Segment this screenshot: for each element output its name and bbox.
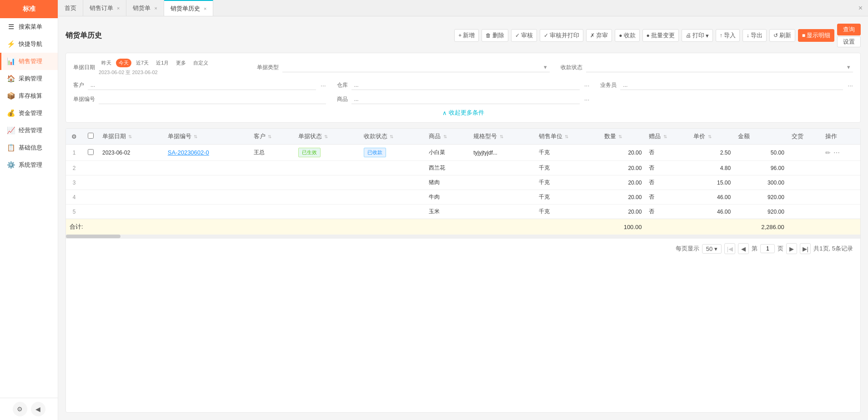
filter-collapse: ∧ 收起更多条件 (73, 109, 853, 117)
customer-dots[interactable]: ··· (321, 82, 326, 89)
batch-change-button[interactable]: ● 批量变更 (642, 29, 679, 42)
col-quantity-label: 数量 (604, 133, 616, 140)
select-all-checkbox[interactable] (88, 133, 94, 139)
goods-dots[interactable]: ··· (584, 96, 590, 103)
cell-gift: 否 (645, 175, 690, 190)
col-doc-number[interactable]: 单据编号 ⇅ (164, 129, 250, 145)
sidebar-item-search[interactable]: ☰ 搜索菜单 (0, 18, 58, 35)
sidebar-item-inventory[interactable]: 📦 库存核算 (0, 87, 58, 105)
date-tab-yesterday[interactable]: 昨天 (99, 59, 114, 67)
audit-print-button[interactable]: ✓ 审核并打印 (540, 29, 583, 42)
scroll-thumb[interactable] (66, 235, 120, 238)
cell-payment-status (360, 161, 426, 175)
first-page-btn[interactable]: |◀ (724, 243, 735, 254)
sidebar-item-operations[interactable]: 📈 经营管理 (0, 122, 58, 139)
tab-sales-delivery[interactable]: 销货单 × (126, 0, 164, 16)
tabs-close-all-btn[interactable]: × (853, 4, 868, 12)
customer-input[interactable] (88, 80, 316, 90)
row-checkbox[interactable] (88, 149, 94, 155)
tab-sales-order-close[interactable]: × (117, 5, 120, 11)
audit-print-icon: ✓ (544, 32, 548, 39)
col-settings[interactable]: ⚙ (66, 129, 82, 145)
page-title: 销货单历史 (65, 31, 102, 40)
col-doc-date[interactable]: 单据日期 ⇅ (99, 129, 164, 145)
sidebar-item-quick-nav[interactable]: ⚡ 快捷导航 (0, 35, 58, 53)
tab-home[interactable]: 首页 (58, 0, 83, 16)
col-gift[interactable]: 赠品 ⇅ (645, 129, 690, 145)
tab-sales-delivery-close[interactable]: × (154, 5, 157, 11)
per-page-select[interactable]: 50 ▾ (702, 244, 722, 254)
add-button[interactable]: + 新增 (454, 29, 479, 42)
warehouse-input[interactable] (351, 80, 580, 90)
import-button[interactable]: ↑ 导入 (716, 29, 740, 42)
summary-empty (99, 219, 601, 235)
col-amount: 金额 (734, 129, 788, 145)
doc-type-select[interactable]: ▾ (282, 62, 550, 72)
filter-warehouse: 仓库 ··· (337, 80, 590, 90)
col-goods[interactable]: 商品 ⇅ (425, 129, 470, 145)
col-quantity[interactable]: 数量 ⇅ (601, 129, 646, 145)
date-tab-today[interactable]: 今天 (116, 59, 131, 67)
date-tab-1month[interactable]: 近1月 (153, 59, 171, 67)
prev-page-btn[interactable]: ◀ (738, 243, 749, 254)
show-detail-label: 显示明细 (807, 31, 830, 40)
settings-filter-button[interactable]: 设置 (837, 36, 861, 47)
sidebar-item-finance[interactable]: 💰 资金管理 (0, 105, 58, 122)
edit-icon[interactable]: ✏ (825, 149, 831, 156)
col-customer[interactable]: 客户 ⇅ (250, 129, 295, 145)
doc-type-label: 单据类型 (257, 64, 279, 71)
refresh-label: 刷新 (779, 31, 791, 40)
collect-button[interactable]: ● 收款 (615, 29, 639, 42)
pagination: 每页显示 50 ▾ |◀ ◀ 第 页 ▶ ▶| 共1页, 5条记录 (66, 238, 860, 259)
print-button[interactable]: 🖨 打印 ▾ (682, 29, 713, 42)
col-unit[interactable]: 销售单位 ⇅ (535, 129, 601, 145)
col-payment-status[interactable]: 收款状态 ⇅ (360, 129, 426, 145)
col-spec[interactable]: 规格型号 ⇅ (470, 129, 535, 145)
doc-number-link[interactable]: SA-20230602-0 (168, 149, 209, 156)
next-page-btn[interactable]: ▶ (786, 243, 797, 254)
cell-doc-number (164, 205, 250, 219)
inventory-icon: 📦 (7, 92, 15, 100)
refresh-button[interactable]: ↺ 刷新 (769, 29, 795, 42)
col-doc-status[interactable]: 单据状态 ⇅ (295, 129, 360, 145)
cell-doc-number (164, 161, 250, 175)
sidebar-item-system[interactable]: ⚙️ 系统管理 (0, 156, 58, 174)
goods-input[interactable] (351, 95, 580, 104)
salesperson-input[interactable] (620, 80, 843, 90)
last-page-btn[interactable]: ▶| (800, 243, 811, 254)
tab-sales-history-close[interactable]: × (204, 6, 206, 11)
query-button[interactable]: 查询 (837, 24, 861, 35)
horizontal-scrollbar[interactable] (66, 235, 860, 238)
tab-sales-history[interactable]: 销货单历史 × (164, 0, 213, 16)
export-button[interactable]: ↓ 导出 (743, 29, 767, 42)
sidebar-collapse-btn[interactable]: ◀ (31, 402, 45, 416)
audit-button[interactable]: ✓ 审核 (511, 29, 537, 42)
sidebar-item-sales[interactable]: 📊 销售管理 (0, 53, 58, 70)
delete-button[interactable]: 🗑 删除 (482, 29, 508, 42)
settings-filter-label: 设置 (843, 38, 855, 46)
warehouse-dots[interactable]: ··· (584, 82, 590, 89)
doc-number-input[interactable] (99, 95, 326, 104)
sidebar-settings-btn[interactable]: ⚙ (13, 402, 27, 416)
sidebar-item-label: 搜索菜单 (19, 23, 42, 31)
col-customer-label: 客户 (254, 133, 266, 140)
page-number-input[interactable] (760, 244, 775, 253)
cell-unit-price: 15.00 (690, 175, 734, 190)
show-detail-button[interactable]: ■ 显示明细 (798, 29, 834, 42)
salesperson-dots[interactable]: ··· (848, 82, 853, 89)
cell-actions (822, 161, 860, 175)
sidebar-item-basic-info[interactable]: 📋 基础信息 (0, 139, 58, 156)
abandon-button[interactable]: ✗ 弃审 (586, 29, 612, 42)
cell-actions (822, 175, 860, 190)
payment-status-select[interactable]: ▾ (586, 62, 853, 72)
more-icon[interactable]: ⋯ (833, 149, 840, 156)
sidebar-item-purchase[interactable]: 🏠 采购管理 (0, 70, 58, 87)
col-unit-price[interactable]: 单价 ⇅ (690, 129, 734, 145)
date-tab-more[interactable]: 更多 (173, 59, 189, 67)
tab-sales-order[interactable]: 销售订单 × (83, 0, 126, 16)
date-tab-7days[interactable]: 近7天 (133, 59, 151, 67)
date-tab-custom[interactable]: 自定义 (191, 59, 211, 67)
col-actions-label: 操作 (825, 133, 837, 140)
collapse-btn[interactable]: ∧ 收起更多条件 (442, 109, 484, 117)
table-row: 5玉米千克20.00否46.00920.00 (66, 205, 860, 219)
